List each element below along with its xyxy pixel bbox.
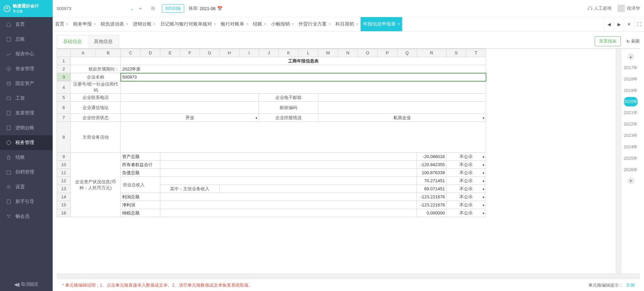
- row-header[interactable]: 10: [57, 161, 71, 169]
- dropdown-cell[interactable]: 开业▾: [121, 114, 259, 122]
- year-up-button[interactable]: ▲: [628, 53, 634, 60]
- col-header[interactable]: L: [299, 49, 318, 57]
- col-header[interactable]: O: [358, 49, 377, 57]
- nav-home[interactable]: 首页: [0, 17, 53, 32]
- cell[interactable]: 0.000000: [417, 209, 446, 217]
- cell[interactable]: [121, 94, 259, 102]
- cell[interactable]: [160, 209, 417, 217]
- cell[interactable]: -123.221676: [417, 201, 446, 209]
- close-icon[interactable]: ×: [356, 22, 358, 27]
- dropdown-cell[interactable]: 私营企业▾: [318, 114, 486, 122]
- cell[interactable]: [121, 81, 486, 94]
- row-header[interactable]: 16: [57, 209, 71, 217]
- tab-item[interactable]: 税负波动表×: [98, 17, 130, 31]
- close-icon[interactable]: ×: [397, 22, 400, 27]
- spreadsheet[interactable]: ABCDEFGHIJKLMNOPQRST 1工商年报信息表2税款所属期间：202…: [57, 49, 616, 274]
- tab-item[interactable]: 首页×: [53, 17, 71, 31]
- tab-item[interactable]: 小畅报销×: [269, 17, 296, 31]
- subtab-other[interactable]: 其他信息: [88, 35, 119, 48]
- nav-funds[interactable]: ¥资金管理: [0, 61, 53, 76]
- close-icon[interactable]: ×: [291, 22, 294, 27]
- cell[interactable]: [160, 177, 417, 185]
- period-value[interactable]: 2021-06: [200, 6, 216, 11]
- tab-scroll-left[interactable]: ◀: [604, 17, 614, 32]
- close-icon[interactable]: ×: [126, 22, 128, 27]
- nav-tax[interactable]: 税务管理: [0, 135, 53, 150]
- row-header[interactable]: 9: [57, 153, 71, 161]
- row-header[interactable]: 5: [57, 94, 71, 102]
- year-item[interactable]: 2023年: [623, 130, 639, 141]
- year-item[interactable]: 2022年: [623, 118, 639, 130]
- example-link[interactable]: 示例: [626, 283, 635, 288]
- refresh-button[interactable]: ↻刷新: [626, 38, 640, 44]
- cell[interactable]: 所有者权益合计: [121, 161, 160, 169]
- col-header[interactable]: A: [70, 49, 96, 57]
- settings-button[interactable]: [149, 4, 157, 13]
- year-item[interactable]: 2021年: [623, 107, 639, 118]
- row-header[interactable]: 4: [57, 81, 71, 94]
- row-header[interactable]: 13: [57, 185, 71, 193]
- user-menu[interactable]: 徐泽华: [618, 5, 640, 12]
- corner-cell[interactable]: [57, 49, 71, 57]
- consult-button[interactable]: 人工咨询: [587, 5, 611, 11]
- col-header[interactable]: B: [96, 49, 121, 57]
- nav-assets[interactable]: 固定资产: [0, 76, 53, 91]
- cell[interactable]: 企业经营状态: [70, 114, 121, 122]
- dropdown-cell[interactable]: 不公示▾: [446, 209, 486, 217]
- cell[interactable]: [318, 102, 486, 114]
- cell[interactable]: 企业控股情况: [259, 114, 318, 122]
- nav-settings[interactable]: 设置: [0, 180, 53, 194]
- cell[interactable]: 负债总额: [121, 169, 160, 177]
- col-header[interactable]: E: [160, 49, 180, 57]
- cell[interactable]: 企业名称: [70, 73, 121, 81]
- cell[interactable]: [160, 161, 417, 169]
- tab-item[interactable]: 银行对账单×: [218, 17, 251, 31]
- cell[interactable]: 纳税总额: [121, 209, 160, 217]
- row-header[interactable]: 3: [57, 73, 71, 81]
- dropdown-cell[interactable]: 不公示▾: [446, 153, 486, 161]
- col-header[interactable]: F: [180, 49, 200, 57]
- dropdown-cell[interactable]: 不公示▾: [446, 177, 486, 185]
- col-header[interactable]: N: [338, 49, 358, 57]
- close-icon[interactable]: ×: [94, 22, 96, 27]
- nav-invoice[interactable]: 发票管理: [0, 106, 53, 120]
- col-header[interactable]: C: [121, 49, 141, 57]
- tab-scroll-right[interactable]: ▶: [614, 17, 624, 32]
- row-header[interactable]: 6: [57, 102, 71, 114]
- reset-report-button[interactable]: 重置报表: [595, 36, 621, 46]
- cell[interactable]: 70.271451: [417, 177, 446, 185]
- subtab-basic[interactable]: 基础信息: [57, 35, 88, 48]
- year-item[interactable]: 2025年: [623, 153, 639, 164]
- nav-closing[interactable]: 结账: [0, 150, 53, 165]
- close-icon[interactable]: ×: [328, 22, 331, 27]
- col-header[interactable]: D: [141, 49, 160, 57]
- cell[interactable]: 企业通信地址: [70, 102, 121, 114]
- row-header[interactable]: 15: [57, 201, 71, 209]
- old-version-button[interactable]: 切到旧版: [162, 4, 184, 13]
- dropdown-cell[interactable]: 不公示▾: [446, 169, 486, 177]
- cell[interactable]: [160, 201, 417, 209]
- horizontal-scrollbar[interactable]: [57, 274, 640, 279]
- fullscreen-button[interactable]: ⛶: [634, 17, 644, 32]
- col-header[interactable]: T: [466, 49, 486, 57]
- row-header[interactable]: 11: [57, 169, 71, 177]
- tab-item[interactable]: 税务申报×: [71, 17, 98, 31]
- cell[interactable]: 其中：主营业务收入: [160, 185, 220, 193]
- tab-item[interactable]: 日记账与银行对账单核对×: [158, 17, 218, 31]
- cell[interactable]: -20.066016: [417, 153, 446, 161]
- cell[interactable]: 邮政编码: [259, 102, 318, 114]
- dropdown-cell[interactable]: 不公示▾: [446, 201, 486, 209]
- cell[interactable]: [121, 102, 259, 114]
- vertical-scrollbar[interactable]: [616, 49, 621, 274]
- col-header[interactable]: K: [279, 49, 299, 57]
- nav-guide[interactable]: 新手引导: [0, 194, 53, 209]
- cell[interactable]: 企业电子邮箱: [259, 94, 318, 102]
- cell[interactable]: [121, 122, 486, 153]
- close-icon[interactable]: ×: [66, 22, 68, 27]
- row-header[interactable]: 14: [57, 193, 71, 201]
- col-header[interactable]: H: [219, 49, 239, 57]
- year-item[interactable]: 2026年: [623, 164, 639, 176]
- dropdown-cell[interactable]: 不公示▾: [446, 161, 486, 169]
- row-header[interactable]: 12: [57, 177, 71, 185]
- row-header[interactable]: 1: [57, 57, 71, 65]
